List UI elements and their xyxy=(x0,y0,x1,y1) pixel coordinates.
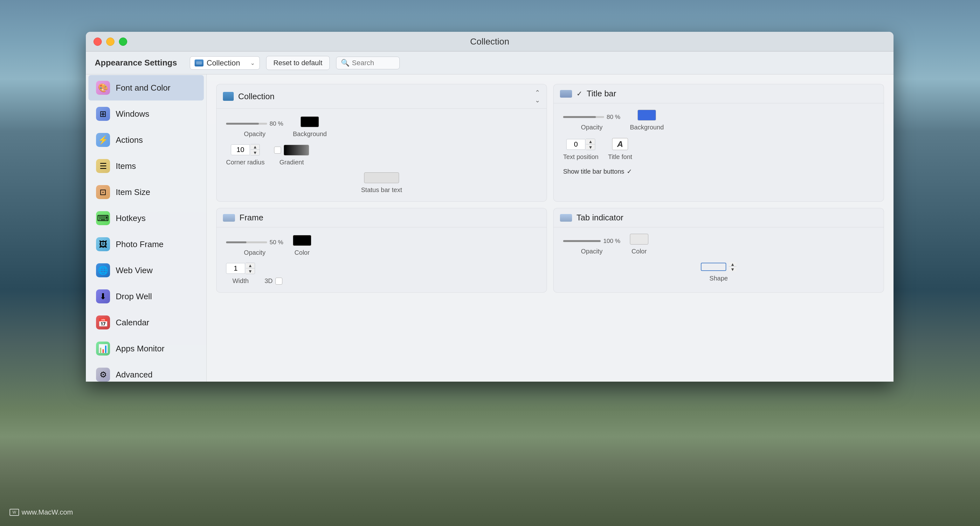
minimize-button[interactable] xyxy=(106,38,115,46)
photo-frame-icon: 🖼 xyxy=(96,237,110,251)
sidebar-label-item-size: Item Size xyxy=(116,187,150,197)
maximize-button[interactable] xyxy=(119,38,127,46)
titlebar-opacity-value: 80 % xyxy=(607,113,620,121)
frame-3d-text: 3D xyxy=(264,277,273,285)
sidebar-item-windows[interactable]: ⊞ Windows xyxy=(88,101,204,127)
text-position-stepper-buttons: ▲ ▼ xyxy=(586,139,595,150)
corner-radius-stepper: ▲ ▼ xyxy=(231,144,260,156)
sidebar-label-drop-well: Drop Well xyxy=(116,292,152,301)
corner-radius-control: ▲ ▼ Corner radius xyxy=(226,144,264,166)
expand-icon[interactable]: ⌃⌄ xyxy=(535,89,540,104)
frame-width-stepper: ▲ ▼ xyxy=(226,263,255,274)
sidebar-item-drop-well[interactable]: ⬇ Drop Well xyxy=(88,284,204,309)
sidebar-label-hotkeys: Hotkeys xyxy=(116,214,146,223)
frame-width-stepper-buttons: ▲ ▼ xyxy=(246,263,255,274)
corner-radius-decrement[interactable]: ▼ xyxy=(251,150,259,155)
titlebar-opacity-slider[interactable] xyxy=(563,116,604,118)
frame-color-swatch[interactable] xyxy=(293,235,311,246)
frame-opacity-slider[interactable] xyxy=(226,241,267,243)
frame-width-input[interactable] xyxy=(226,263,245,274)
traffic-lights xyxy=(94,38,127,46)
sidebar-label-apps-monitor: Apps Monitor xyxy=(116,344,164,354)
text-position-label: Text position xyxy=(563,153,598,161)
corner-radius-input[interactable] xyxy=(231,144,250,155)
sidebar-item-photo-frame[interactable]: 🖼 Photo Frame xyxy=(88,231,204,257)
collection-dropdown[interactable]: Collection ⌄ xyxy=(190,56,260,70)
title-font-control: A Title font xyxy=(608,138,632,161)
sidebar-item-items[interactable]: ☰ Items xyxy=(88,153,204,179)
chevron-down-icon: ⌄ xyxy=(250,59,255,67)
drop-well-icon: ⬇ xyxy=(96,289,110,303)
sidebar-item-web-view[interactable]: 🌐 Web View xyxy=(88,258,204,283)
tab-opacity-value: 100 % xyxy=(603,237,620,245)
text-position-decrement[interactable]: ▼ xyxy=(586,144,595,150)
titlebar-background-control: Background xyxy=(630,110,664,131)
gradient-swatch[interactable] xyxy=(284,145,309,156)
tab-opacity-control: 100 % Opacity xyxy=(563,237,620,255)
collection-panel-icon xyxy=(223,92,234,101)
sidebar-item-hotkeys[interactable]: ⌨ Hotkeys xyxy=(88,206,204,231)
tab-shape-increment[interactable]: ▲ xyxy=(729,262,737,266)
collection-opacity-label: Opacity xyxy=(244,131,266,138)
frame-width-decrement[interactable]: ▼ xyxy=(246,268,255,274)
sidebar-item-advanced[interactable]: ⚙ Advanced xyxy=(88,362,204,382)
tab-indicator-panel-title: Tab indicator xyxy=(576,213,877,223)
status-bar-control: Status bar text xyxy=(226,172,537,194)
title-font-swatch[interactable]: A xyxy=(612,138,628,150)
app-window: Collection Appearance Settings Collectio… xyxy=(86,32,894,382)
actions-icon: ⚡ xyxy=(96,133,110,147)
reset-button[interactable]: Reset to default xyxy=(266,56,330,70)
titlebar-opacity-control: 80 % Opacity xyxy=(563,113,620,131)
frame-width-label: Width xyxy=(232,277,249,285)
sidebar-label-font-color: Font and Color xyxy=(116,83,170,93)
sidebar-label-items: Items xyxy=(116,161,136,171)
sidebar-item-item-size[interactable]: ⊡ Item Size xyxy=(88,179,204,205)
title-font-label: Title font xyxy=(608,153,632,161)
frame-panel-body: 50 % Opacity Color xyxy=(216,227,547,292)
search-input[interactable] xyxy=(352,59,390,67)
collection-panel-body: 80 % Opacity Background xyxy=(216,109,547,201)
top-section-row: Collection ⌃⌄ 80 % xyxy=(216,84,884,202)
collection-background-control: Background xyxy=(293,116,327,138)
text-position-increment[interactable]: ▲ xyxy=(586,139,595,144)
close-button[interactable] xyxy=(94,38,102,46)
corner-radius-increment[interactable]: ▲ xyxy=(251,144,259,150)
collection-opacity-slider[interactable] xyxy=(226,123,267,125)
hotkeys-icon: ⌨ xyxy=(96,211,110,225)
collection-background-label: Background xyxy=(293,131,327,138)
search-icon: 🔍 xyxy=(341,59,350,67)
bottom-section-row: Frame 50 % xyxy=(216,208,884,293)
frame-panel-title: Frame xyxy=(239,213,540,223)
corner-radius-label: Corner radius xyxy=(226,159,264,166)
frame-3d-checkbox[interactable] xyxy=(275,277,282,285)
sidebar-label-advanced: Advanced xyxy=(116,370,153,380)
frame-width-increment[interactable]: ▲ xyxy=(246,263,255,268)
collection-dropdown-icon xyxy=(195,59,204,67)
tab-shape-decrement[interactable]: ▼ xyxy=(729,267,737,272)
sidebar-label-actions: Actions xyxy=(116,135,143,145)
calendar-icon: 📅 xyxy=(96,316,110,330)
watermark-icon: W xyxy=(10,509,19,516)
tab-opacity-slider[interactable] xyxy=(563,240,601,242)
tab-color-swatch[interactable] xyxy=(630,234,648,245)
windows-icon: ⊞ xyxy=(96,107,110,121)
frame-panel: Frame 50 % xyxy=(216,208,547,293)
frame-color-control: Color xyxy=(293,235,311,256)
status-bar-swatch[interactable] xyxy=(364,172,399,183)
web-view-icon: 🌐 xyxy=(96,263,110,277)
text-position-input[interactable] xyxy=(566,139,585,150)
tab-indicator-panel: Tab indicator 100 % xyxy=(553,208,884,293)
collection-background-swatch[interactable] xyxy=(301,116,319,127)
tab-shape-swatch[interactable] xyxy=(701,263,726,271)
sidebar-item-font-color[interactable]: 🎨 Font and Color xyxy=(88,75,204,100)
collection-panel: Collection ⌃⌄ 80 % xyxy=(216,84,547,202)
gradient-checkbox[interactable] xyxy=(274,147,281,154)
sidebar-item-actions[interactable]: ⚡ Actions xyxy=(88,127,204,153)
titlebar-background-swatch[interactable] xyxy=(638,110,656,121)
sidebar-item-calendar[interactable]: 📅 Calendar xyxy=(88,310,204,335)
window-titlebar: Collection xyxy=(86,32,894,51)
font-color-icon: 🎨 xyxy=(96,81,110,95)
sidebar-item-apps-monitor[interactable]: 📊 Apps Monitor xyxy=(88,336,204,361)
title-bar-panel-title: Title bar xyxy=(587,89,877,99)
show-title-bar-checkbox[interactable]: ✓ xyxy=(627,167,632,175)
